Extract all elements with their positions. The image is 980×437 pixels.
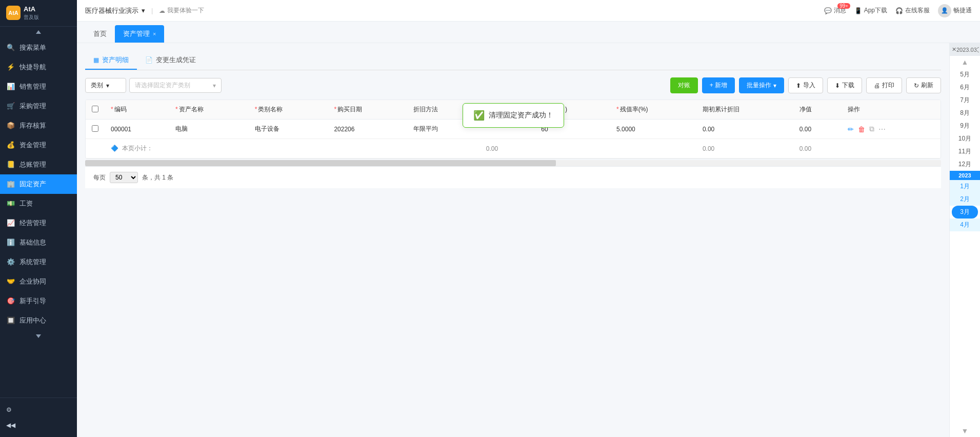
sidebar-collapse[interactable]: ◀◀ [0,418,77,433]
sidebar-item-app-center[interactable]: 🔲应用中心 [0,311,77,330]
row-actions: ✏ 🗑 ⧉ ⋯ [848,125,934,133]
th-net-value: 净值 [793,100,842,120]
close-panel-icon[interactable]: ✕ [952,46,956,53]
message-btn[interactable]: 💬 消息 99+ [824,6,846,15]
refresh-btn[interactable]: ↻ 刷新 [906,77,941,93]
tab-asset-management[interactable]: 资产管理 × [115,25,164,43]
tab-asset-detail[interactable]: ▦ 资产明细 [85,51,137,70]
cooperation-icon: 🤝 [6,277,15,286]
sidebar-item-quick-nav[interactable]: ⚡快捷导航 [0,57,77,77]
subtotal-initial-dep: 0.00 [696,139,793,158]
sidebar: AtA AtA 普及版 🔍搜索菜单⚡快捷导航📊销售管理🛒采购管理📦库存核算💰资金… [0,0,77,437]
month-11月[interactable]: 11月 [950,145,980,158]
logo-icon: AtA [6,6,21,20]
tab-home[interactable]: 首页 [85,25,115,43]
sidebar-item-operations[interactable]: 📈经营管理 [0,213,77,233]
sidebar-label-basic-info: 基础信息 [19,238,46,247]
fund-icon: 💰 [6,141,15,150]
horizontal-scrollbar[interactable] [85,160,941,166]
scroll-up-btn[interactable]: ▲ [950,56,980,68]
toolbar-left: 类别 ▾ 请选择固定资产类别 ▾ [85,78,666,93]
month-7月[interactable]: 7月 [950,94,980,107]
sidebar-item-cooperation[interactable]: 🤝企业协同 [0,272,77,291]
print-btn[interactable]: 🖨 打印 [866,77,902,93]
copy-action[interactable]: ⧉ [869,125,874,133]
export-icon: ⬆ [796,82,801,89]
svg-marker-1 [36,334,41,338]
sidebar-item-system[interactable]: ⚙️系统管理 [0,252,77,272]
category-select[interactable]: 类别 ▾ [85,78,126,93]
sidebar-scroll-up[interactable] [0,27,77,38]
app-download-btn[interactable]: 📱 App下载 [854,6,887,15]
sidebar-item-sales[interactable]: 📊销售管理 [0,77,77,96]
basic-info-icon: ℹ️ [6,238,15,247]
batch-btn[interactable]: 批量操作 ▾ [739,77,784,93]
more-action[interactable]: ⋯ [878,125,886,133]
category-input[interactable]: 请选择固定资产类别 ▾ [129,78,222,93]
month-10月[interactable]: 10月 [950,132,980,145]
payroll-icon: 💵 [6,199,15,208]
subtotal-label-cell: 🔷 本页小计： [105,139,480,158]
success-icon: ✅ [473,110,485,121]
sidebar-item-payroll[interactable]: 💵工资 [0,194,77,213]
cell-actions: ✏ 🗑 ⧉ ⋯ [842,120,941,139]
download-btn[interactable]: ⬇ 下载 [827,77,862,93]
th-code: *编码 [105,100,169,120]
fixed-asset-icon: 🏢 [6,180,15,189]
month-1月[interactable]: 1月 [950,180,980,193]
online-service-btn[interactable]: 🎧 在线客服 [895,6,930,15]
row-checkbox[interactable] [92,125,98,132]
main-area: 医疗器械行业演示 ▾ | ☁ 我要体验一下 💬 消息 99+ 📱 App下载 🎧… [77,0,980,437]
tab-change-voucher[interactable]: 📄 变更生成凭证 [137,51,204,70]
tab-close-icon[interactable]: × [153,31,156,37]
sidebar-logo: AtA AtA 普及版 [0,0,77,27]
sidebar-item-guide[interactable]: 🎯新手引导 [0,291,77,311]
subtotal-row: 🔷 本页小计： 0.00 0.00 0.00 [86,139,941,158]
sidebar-item-basic-info[interactable]: ℹ️基础信息 [0,233,77,252]
month-12月[interactable]: 12月 [950,158,980,171]
select-all-checkbox[interactable] [92,106,98,112]
edit-action[interactable]: ✏ [848,125,854,133]
experience-btn[interactable]: ☁ 我要体验一下 [159,6,204,15]
cell-residual-rate: 5.0000 [610,120,696,139]
sidebar-item-fixed-asset[interactable]: 🏢固定资产 [0,174,77,194]
sidebar-label-inventory: 库存核算 [19,121,46,130]
logo-text: AtA 普及版 [24,5,39,21]
sidebar-label-cooperation: 企业协同 [19,277,46,286]
sidebar-item-inventory[interactable]: 📦库存核算 [0,116,77,135]
toolbar: 类别 ▾ 请选择固定资产类别 ▾ 对账 + 新增 [85,77,941,93]
sidebar-item-general-ledger[interactable]: 📒总账管理 [0,155,77,174]
sidebar-item-search[interactable]: 🔍搜索菜单 [0,38,77,57]
reconcile-btn[interactable]: 对账 [670,77,698,93]
month-2月[interactable]: 2月 [950,193,980,206]
print-icon: 🖨 [874,82,880,89]
page-size-select[interactable]: 10 20 50 100 [110,172,138,183]
delete-action[interactable]: 🗑 [858,125,865,133]
scroll-down-btn[interactable]: ▼ [950,425,980,437]
month-3月[interactable]: 3月 [952,206,978,218]
settings-icon: ⚙ [6,406,12,413]
month-4月[interactable]: 4月 [950,218,980,231]
user-profile[interactable]: 👤 畅捷通 [938,4,972,17]
subtotal-icon: 🔷 [111,145,118,152]
sidebar-label-fund: 资金管理 [19,141,46,150]
export-btn[interactable]: ⬆ 导入 [788,77,823,93]
month-6月[interactable]: 6月 [950,81,980,94]
month-9月[interactable]: 9月 [950,120,980,132]
expand-panel-icon[interactable]: ⛶ [977,47,980,53]
operations-icon: 📈 [6,218,15,228]
sidebar-item-purchase[interactable]: 🛒采购管理 [0,96,77,116]
sidebar-scroll-down[interactable] [0,330,77,342]
topbar: 医疗器械行业演示 ▾ | ☁ 我要体验一下 💬 消息 99+ 📱 App下载 🎧… [77,0,980,22]
sidebar-label-search: 搜索菜单 [19,43,46,52]
company-selector[interactable]: 医疗器械行业演示 ▾ [85,6,145,15]
month-8月[interactable]: 8月 [950,107,980,120]
doc-icon: 📄 [145,56,153,64]
sidebar-item-fund[interactable]: 💰资金管理 [0,135,77,155]
sidebar-settings[interactable]: ⚙ [0,402,77,418]
sidebar-label-operations: 经营管理 [19,218,46,228]
new-btn[interactable]: + 新增 [702,77,735,93]
th-category: *类别名称 [249,100,328,120]
search-icon: 🔍 [6,43,15,52]
month-5月[interactable]: 5月 [950,68,980,81]
